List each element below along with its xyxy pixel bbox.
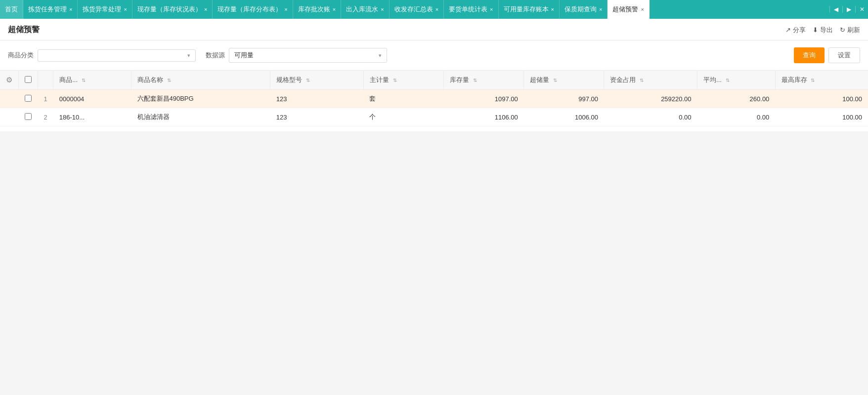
row-name-1: 机油滤清器 — [131, 108, 270, 126]
refresh-button[interactable]: ↻ 刷新 — [840, 26, 860, 35]
th-code[interactable]: 商品... ⇅ — [53, 71, 131, 90]
row-code-1: 186-10... — [53, 108, 131, 126]
th-capital[interactable]: 资金占用 ⇅ — [604, 71, 697, 90]
table-area: ⚙ 商品... ⇅ 商品名称 ⇅ 规格型号 ⇅ — [0, 71, 868, 131]
row-unit-0: 套 — [363, 90, 443, 108]
close-inout-flow[interactable]: × — [381, 6, 384, 12]
nav-home[interactable]: 首页 — [0, 0, 23, 19]
share-icon: ↗ — [785, 26, 791, 34]
nav-available-stock[interactable]: 可用量库存账本 × — [499, 0, 560, 19]
row-gear-cell — [0, 108, 19, 126]
th-spec[interactable]: 规格型号 ⇅ — [270, 71, 364, 90]
row-stock-1: 1106.00 — [444, 108, 524, 126]
nav-prev-arrow[interactable]: ◀ — [829, 6, 842, 13]
row-checkbox-1[interactable] — [25, 113, 32, 120]
row-num-0: 1 — [38, 90, 53, 108]
nav-stock-dist[interactable]: 现存量（库存分布表） × — [213, 0, 293, 19]
row-capital-0: 259220.00 — [604, 90, 697, 108]
row-spec-0: 123 — [270, 90, 364, 108]
close-pick-task[interactable]: × — [69, 6, 72, 12]
page-header: 超储预警 ↗ 分享 ⬇ 导出 ↻ 刷新 — [0, 19, 868, 40]
nav-pick-exception[interactable]: 拣货异常处理 × — [78, 0, 132, 19]
sort-name-icon: ⇅ — [167, 78, 171, 83]
filter-area: 商品分类 ▾ 数据源 可用量 ▾ 查询 设置 — [0, 40, 868, 71]
datasource-arrow-icon: ▾ — [379, 52, 382, 59]
header-actions: ↗ 分享 ⬇ 导出 ↻ 刷新 — [785, 26, 860, 35]
export-icon: ⬇ — [813, 26, 818, 34]
category-arrow-icon: ▾ — [187, 52, 190, 59]
datasource-filter: 数据源 可用量 ▾ — [206, 48, 387, 63]
sort-unit-icon: ⇅ — [393, 78, 397, 83]
datasource-value: 可用量 — [234, 51, 254, 60]
sort-over-icon: ⇅ — [553, 78, 557, 83]
row-over-1: 1006.00 — [524, 108, 604, 126]
row-maxstock-0: 100.00 — [775, 90, 868, 108]
nav-pick-task[interactable]: 拣货任务管理 × — [23, 0, 78, 19]
nav-inout-flow[interactable]: 出入库流水 × — [341, 0, 389, 19]
sort-avg-icon: ⇅ — [726, 78, 730, 83]
share-button[interactable]: ↗ 分享 — [785, 26, 806, 35]
close-stock-status[interactable]: × — [204, 6, 207, 12]
th-name[interactable]: 商品名称 ⇅ — [131, 71, 270, 90]
close-overstock-warning[interactable]: × — [641, 6, 644, 12]
close-quality-check[interactable]: × — [599, 6, 602, 12]
nav-stock-status[interactable]: 现存量（库存状况表） × — [132, 0, 213, 19]
sort-maxstock-icon: ⇅ — [811, 78, 815, 83]
row-code-0: 0000004 — [53, 90, 131, 108]
sort-code-icon: ⇅ — [82, 78, 86, 83]
page-title: 超储预警 — [8, 25, 40, 35]
category-select[interactable]: ▾ — [38, 49, 196, 62]
category-filter: 商品分类 ▾ — [8, 49, 196, 62]
query-button[interactable]: 查询 — [794, 47, 825, 63]
top-nav: 首页 拣货任务管理 × 拣货异常处理 × 现存量（库存状况表） × 现存量（库存… — [0, 0, 868, 19]
close-summary[interactable]: × — [435, 6, 438, 12]
th-stock[interactable]: 库存量 ⇅ — [444, 71, 524, 90]
row-name-0: 六配套新昌490BPG — [131, 90, 270, 108]
row-checkbox-cell[interactable] — [19, 108, 38, 126]
data-table: ⚙ 商品... ⇅ 商品名称 ⇅ 规格型号 ⇅ — [0, 71, 868, 126]
close-batch-account[interactable]: × — [333, 6, 336, 12]
nav-quality-check[interactable]: 保质期查询 × — [560, 0, 608, 19]
close-available-stock[interactable]: × — [551, 6, 554, 12]
nav-close-arrow[interactable]: ✕ — [855, 6, 868, 13]
export-button[interactable]: ⬇ 导出 — [813, 26, 833, 35]
nav-overstock-warning[interactable]: 超储预警 × — [608, 0, 649, 19]
row-maxstock-1: 100.00 — [775, 108, 868, 126]
th-over[interactable]: 超储量 ⇅ — [524, 71, 604, 90]
sort-capital-icon: ⇅ — [640, 78, 644, 83]
row-spec-1: 123 — [270, 108, 364, 126]
nav-order-stat[interactable]: 要货单统计表 × — [444, 0, 498, 19]
th-maxstock[interactable]: 最高库存 ⇅ — [775, 71, 868, 90]
datasource-label: 数据源 — [206, 51, 225, 60]
row-checkbox-0[interactable] — [25, 95, 32, 102]
row-capital-1: 0.00 — [604, 108, 697, 126]
nav-next-arrow[interactable]: ▶ — [842, 6, 855, 13]
row-num-1: 2 — [38, 108, 53, 126]
th-unit[interactable]: 主计量 ⇅ — [363, 71, 443, 90]
close-stock-dist[interactable]: × — [284, 6, 287, 12]
row-gear-cell — [0, 90, 19, 108]
th-avg[interactable]: 平均... ⇅ — [697, 71, 776, 90]
close-order-stat[interactable]: × — [490, 6, 493, 12]
select-all-checkbox[interactable] — [25, 76, 32, 83]
gear-icon[interactable]: ⚙ — [6, 76, 12, 84]
datasource-select[interactable]: 可用量 ▾ — [229, 48, 387, 63]
row-checkbox-cell[interactable] — [19, 90, 38, 108]
row-stock-0: 1097.00 — [444, 90, 524, 108]
sort-stock-icon: ⇅ — [473, 78, 477, 83]
row-avg-1: 0.00 — [697, 108, 776, 126]
sort-spec-icon: ⇅ — [306, 78, 310, 83]
settings-button[interactable]: 设置 — [828, 47, 860, 63]
th-rownum — [38, 71, 53, 90]
category-label: 商品分类 — [8, 51, 34, 60]
th-gear[interactable]: ⚙ — [0, 71, 19, 90]
th-checkbox — [19, 71, 38, 90]
nav-batch-account[interactable]: 库存批次账 × — [293, 0, 341, 19]
table-header-row: ⚙ 商品... ⇅ 商品名称 ⇅ 规格型号 ⇅ — [0, 71, 868, 90]
nav-summary[interactable]: 收发存汇总表 × — [390, 0, 444, 19]
row-unit-1: 个 — [363, 108, 443, 126]
table-row: 1 0000004 六配套新昌490BPG 123 套 1097.00 997.… — [0, 90, 868, 108]
nav-controls: ◀ ▶ ✕ — [829, 6, 868, 13]
refresh-icon: ↻ — [840, 26, 845, 34]
close-pick-exception[interactable]: × — [124, 6, 127, 12]
